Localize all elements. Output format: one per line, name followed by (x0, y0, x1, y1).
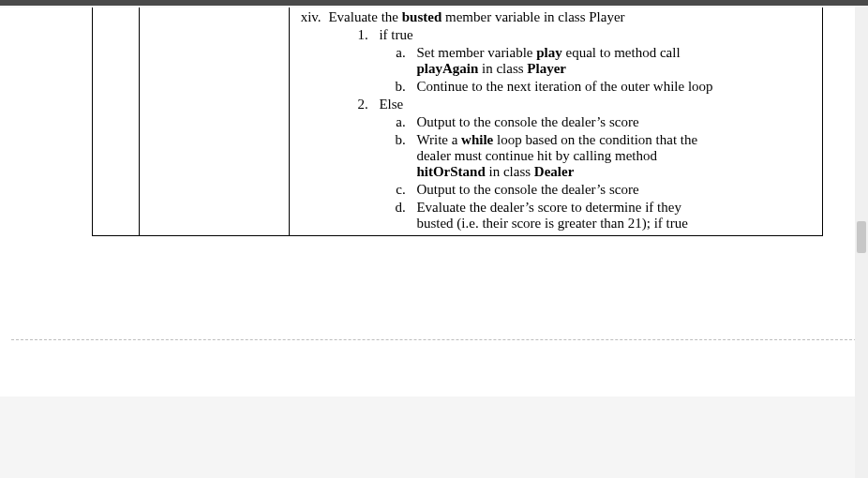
instruction-table: xiv. Evaluate the busted member variable… (92, 7, 823, 236)
item-2: 2. Else (352, 97, 816, 112)
item-1b: b. Continue to the next iteration of the… (395, 79, 816, 95)
marker-2b: b. (395, 132, 413, 148)
text-2c: Output to the console the dealer’s score (416, 182, 638, 198)
bold-while: while (461, 132, 493, 147)
text-fragment: Write a (416, 132, 461, 147)
item-2c: c. Output to the console the dealer’s sc… (395, 182, 816, 198)
text-fragment: equal to method call (562, 45, 681, 60)
text-2d: Evaluate the dealer’s score to determine… (416, 200, 721, 232)
text-fragment: member variable in class Player (441, 9, 624, 24)
item-xiv: xiv. Evaluate the busted member variable… (301, 9, 816, 25)
item-1: 1. if true (352, 27, 816, 43)
bold-playagain: playAgain (416, 61, 478, 76)
table-row: xiv. Evaluate the busted member variable… (93, 7, 823, 236)
marker-1b: b. (395, 79, 413, 95)
document-page: xiv. Evaluate the busted member variable… (0, 7, 868, 396)
text-fragment: Evaluate the (328, 9, 401, 24)
text-fragment: in class (486, 164, 534, 179)
vertical-scrollbar[interactable] (855, 6, 868, 478)
item-2b: b. Write a while loop based on the condi… (395, 132, 816, 180)
marker-1: 1. (352, 27, 376, 43)
text-2a: Output to the console the dealer’s score (416, 114, 638, 130)
marker-2a: a. (395, 114, 413, 130)
text-1b: Continue to the next iteration of the ou… (416, 79, 712, 95)
text-2: Else (379, 97, 403, 112)
marker-2: 2. (352, 97, 376, 112)
table-cell-col2 (139, 7, 289, 236)
bold-player: Player (527, 61, 566, 76)
item-1a: a. Set member variable play equal to met… (395, 45, 816, 77)
table-cell-col3: xiv. Evaluate the busted member variable… (289, 7, 822, 236)
bold-busted: busted (402, 9, 442, 24)
text-2b: Write a while loop based on the conditio… (416, 132, 721, 180)
marker-2c: c. (395, 182, 413, 198)
table-cell-col1 (93, 7, 140, 236)
text-fragment: in class (478, 61, 527, 76)
marker-xiv: xiv. (301, 9, 325, 25)
marker-2d: d. (395, 200, 413, 216)
bold-play: play (536, 45, 562, 60)
scrollbar-thumb[interactable] (857, 221, 866, 253)
marker-1a: a. (395, 45, 413, 61)
text-1a: Set member variable play equal to method… (416, 45, 721, 77)
text-1: if true (379, 27, 412, 43)
window-top-bar (0, 0, 868, 6)
page-divider (11, 339, 857, 340)
document-body: xiv. Evaluate the busted member variable… (0, 7, 868, 396)
text-xiv: Evaluate the busted member variable in c… (328, 9, 624, 25)
item-2d: d. Evaluate the dealer’s score to determ… (395, 200, 816, 232)
text-fragment: Set member variable (416, 45, 536, 60)
bold-hitorstand: hitOrStand (416, 164, 485, 179)
item-2a: a. Output to the console the dealer’s sc… (395, 114, 816, 130)
bold-dealer: Dealer (534, 164, 574, 179)
